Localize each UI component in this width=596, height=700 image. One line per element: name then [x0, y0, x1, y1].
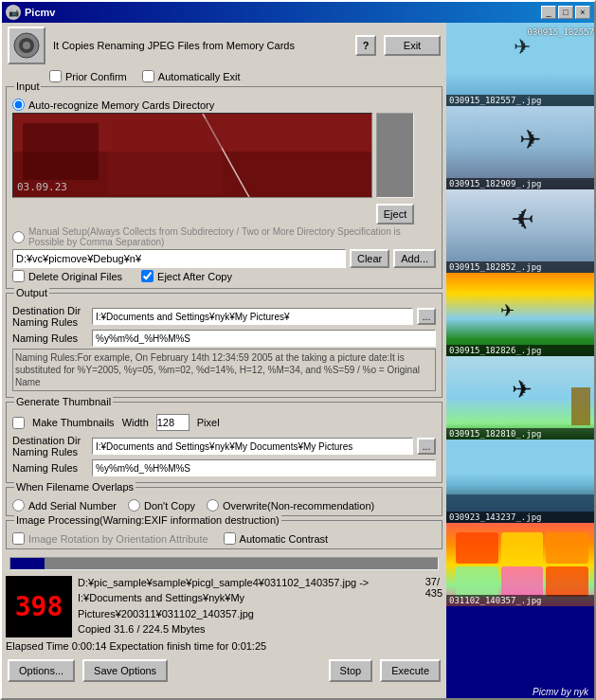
add-serial-radio[interactable] [12, 499, 25, 512]
plane-icon-1: ✈ [514, 35, 531, 60]
eject-after-copy-item: Eject After Copy [141, 270, 232, 282]
status-line2: I:¥Documents and Settings¥nyk¥My [78, 591, 420, 605]
file-counter: 398 [6, 576, 72, 637]
plane-icon-2: ✈ [519, 124, 541, 155]
photo-label-7: 031102_140357_.jpg [446, 595, 594, 606]
naming-rules-input[interactable] [92, 330, 436, 347]
dont-copy-item: Don't Copy [128, 499, 195, 512]
title-bar-buttons: _ □ × [541, 6, 590, 19]
preview-date: 03.09.23 [17, 181, 67, 193]
photo-label-3: 030915_182852_.jpg [446, 261, 594, 273]
plane-icon-5: ✈ [512, 375, 533, 404]
photo-item-5: ✈ 030915_182810_.jpg [446, 356, 594, 440]
main-content: It Copies Renaming JPEG Files from Memor… [2, 23, 594, 698]
status-line3: Pictures¥200311¥031102_140357.jpg [78, 607, 420, 621]
delete-original-checkbox[interactable] [12, 270, 25, 282]
dont-copy-radio[interactable] [128, 499, 140, 512]
progress-bar-container [9, 557, 439, 570]
preview-side-panel: Eject [376, 113, 414, 224]
dest-dir-row: Destination DirNaming Rules ... [12, 305, 436, 328]
file-options-row: Delete Original Files Eject After Copy [12, 270, 436, 282]
save-options-button[interactable]: Save Options [82, 659, 168, 682]
preview-area: 03.09.23 Eject [12, 113, 436, 224]
preview-thumbnail [376, 113, 414, 198]
input-title: Input [14, 81, 41, 92]
photo-label-2: 030915_182909_.jpg [446, 178, 594, 189]
naming-rules-label: Naming Rules [12, 332, 88, 344]
exit-button[interactable]: Exit [384, 35, 441, 56]
output-section: Output Destination DirNaming Rules ... N… [6, 293, 442, 398]
thumb-naming-label: Naming Rules [12, 462, 88, 474]
thumb-dest-input[interactable] [92, 438, 413, 455]
top-checkboxes: Prior Confirm Automatically Exit [2, 68, 446, 84]
svg-rect-6 [23, 123, 99, 180]
sushi-grid [456, 532, 588, 597]
thumbnail-title: Generate Thumbnail [14, 396, 113, 407]
count-total: 435 [425, 587, 442, 599]
manual-setup-row: Manual Setup(Always Collects from Subdir… [12, 226, 436, 247]
maximize-button[interactable]: □ [558, 6, 573, 19]
photo-label-5: 030915_182810_.jpg [446, 428, 594, 440]
count-current: 37/ [425, 576, 440, 587]
auto-contrast-item: Automatic Contrast [224, 532, 329, 545]
eject-button[interactable]: Eject [376, 204, 414, 224]
overwrite-item: Overwrite(Non-recommendation) [207, 499, 374, 512]
plane-icon-4: ✈ [500, 300, 515, 321]
thumb-browse-button[interactable]: ... [417, 438, 436, 455]
photo-item-7: 031102_140357_.jpg [446, 523, 594, 606]
svg-point-2 [23, 42, 30, 49]
add-serial-item: Add Serial Number [12, 499, 117, 512]
execute-button[interactable]: Execute [380, 659, 441, 682]
dest-dir-input[interactable] [92, 308, 413, 325]
photo-item-2: ✈ 030915_182909_.jpg [446, 106, 594, 189]
minimize-button[interactable]: _ [541, 6, 556, 19]
main-preview: 03.09.23 [12, 113, 372, 198]
rotation-item: Image Rotation by Orientation Attribute [12, 532, 208, 545]
auto-recognize-radio[interactable] [12, 99, 25, 111]
add-serial-label: Add Serial Number [28, 500, 117, 512]
input-content: Auto-recognize Memory Cards Directory [12, 99, 436, 282]
dest-dir-browse-button[interactable]: ... [417, 308, 436, 325]
overwrite-radio[interactable] [207, 499, 219, 512]
eject-after-copy-checkbox[interactable] [141, 270, 154, 282]
thumb-naming-input[interactable] [92, 459, 436, 476]
overlap-section: When Filename Overlaps Add Serial Number… [6, 487, 442, 516]
naming-info: Naming Rules:For example, On February 14… [12, 349, 436, 391]
manual-setup-radio[interactable] [12, 231, 25, 243]
close-button[interactable]: × [575, 6, 590, 19]
elapsed-text: Elapsed Time 0:00:14 Expectation finish … [6, 640, 266, 652]
right-panel: ✈ 030915_182557 030915_182557_.jpg ✈ 030… [446, 23, 594, 698]
main-window: 📷 Picmv _ □ × It Copies Renaming JPEG Fi… [0, 0, 596, 700]
auto-contrast-label: Automatic Contrast [240, 533, 329, 545]
header-area: It Copies Renaming JPEG Files from Memor… [2, 23, 446, 68]
add-button[interactable]: Add... [393, 249, 436, 268]
rotation-label: Image Rotation by Orientation Attribute [28, 533, 208, 545]
output-content: Destination DirNaming Rules ... Naming R… [12, 305, 436, 391]
auto-recognize-label: Auto-recognize Memory Cards Directory [28, 99, 214, 111]
overlap-options: Add Serial Number Don't Copy Overwrite(N… [12, 499, 436, 512]
svg-rect-7 [108, 118, 222, 194]
image-processing-options: Image Rotation by Orientation Attribute … [12, 532, 436, 545]
dir-input-row: Clear Add... [12, 249, 436, 268]
photo-item-6: 030923_143237_.jpg [446, 440, 594, 523]
photo-label-4: 030915_182826_.jpg [446, 345, 594, 356]
thumbnail-controls: Make Thumbnails Width Pixel [12, 414, 436, 431]
prior-confirm-checkbox[interactable] [49, 70, 62, 82]
options-button[interactable]: Options... [8, 659, 75, 682]
dest-dir-label: Destination DirNaming Rules [12, 305, 88, 328]
count-display: 37/ 435 [425, 576, 442, 637]
auto-exit-checkbox[interactable] [142, 70, 154, 82]
status-line4: Copied 31.6 / 224.5 Mbytes [78, 622, 420, 637]
delete-original-label: Delete Original Files [28, 271, 122, 282]
directory-input[interactable] [12, 249, 346, 268]
photo-label-1: 030915_182557_.jpg [446, 95, 594, 106]
rotation-checkbox[interactable] [12, 532, 25, 545]
width-input[interactable] [156, 414, 190, 431]
photo-label-6: 030923_143237_.jpg [446, 512, 594, 523]
stop-button[interactable]: Stop [329, 659, 373, 682]
app-logo [8, 27, 45, 64]
clear-button[interactable]: Clear [350, 249, 389, 268]
help-button[interactable]: ? [355, 35, 376, 56]
auto-contrast-checkbox[interactable] [224, 532, 236, 545]
make-thumbnails-checkbox[interactable] [12, 417, 25, 429]
